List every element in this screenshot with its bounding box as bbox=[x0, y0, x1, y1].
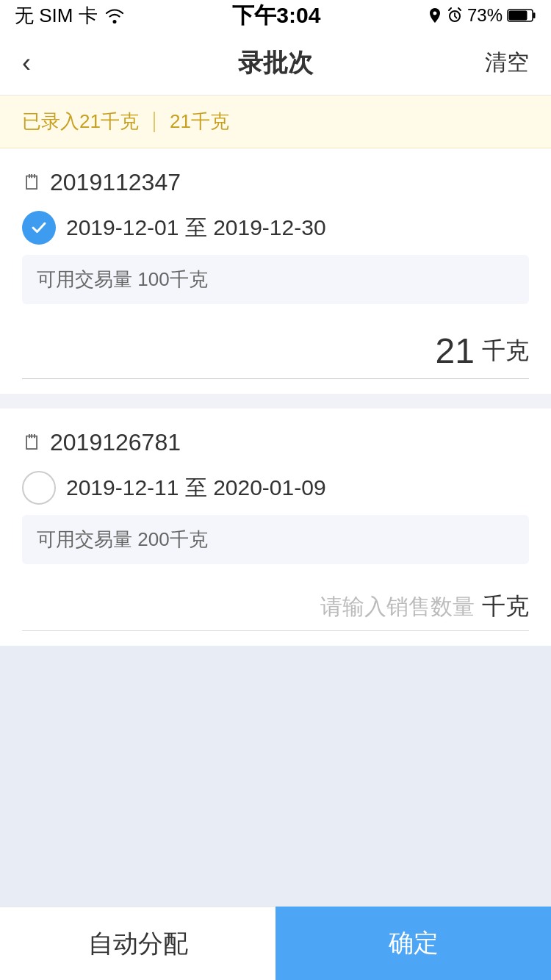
input-row-2: 请输入销售数量 千克 bbox=[0, 579, 551, 630]
confirm-button[interactable]: 确定 bbox=[276, 907, 551, 980]
batch-id-1: 2019112347 bbox=[50, 169, 181, 196]
info-banner: 已录入21千克 21千克 bbox=[0, 96, 551, 148]
wifi-icon bbox=[104, 7, 126, 24]
quantity-row-1: 21 千克 bbox=[0, 319, 551, 378]
svg-rect-3 bbox=[508, 11, 527, 21]
page-title: 录批次 bbox=[238, 46, 313, 80]
battery-icon bbox=[507, 8, 536, 23]
input-placeholder-2: 请输入销售数量 bbox=[320, 592, 475, 622]
radio-unselected-2[interactable] bbox=[22, 471, 56, 505]
batch-header-1: 🗒 2019112347 bbox=[0, 148, 551, 203]
available-text-1: 可用交易量 100千克 bbox=[37, 268, 208, 290]
status-bar: 无 SIM 卡 下午3:04 73% bbox=[0, 0, 551, 31]
nav-bar: ‹ 录批次 清空 bbox=[0, 31, 551, 96]
no-sim-text: 无 SIM 卡 bbox=[15, 3, 98, 29]
status-time: 下午3:04 bbox=[232, 1, 320, 31]
radio-selected-1[interactable] bbox=[22, 211, 56, 245]
confirm-label: 确定 bbox=[389, 926, 439, 960]
bottom-bar: 自动分配 确定 bbox=[0, 907, 551, 980]
svg-rect-2 bbox=[533, 12, 535, 18]
batch-header-2: 🗒 2019126781 bbox=[0, 408, 551, 464]
quantity-unit-1: 千克 bbox=[482, 335, 529, 367]
available-box-2: 可用交易量 200千克 bbox=[22, 515, 529, 564]
status-left: 无 SIM 卡 bbox=[15, 3, 126, 29]
info-divider bbox=[154, 112, 155, 132]
clear-button[interactable]: 清空 bbox=[485, 48, 529, 78]
batch-date-1: 2019-12-01 至 2019-12-30 bbox=[66, 213, 326, 243]
batch-date-row-1[interactable]: 2019-12-01 至 2019-12-30 bbox=[0, 203, 551, 255]
batch-id-2: 2019126781 bbox=[50, 429, 181, 456]
auto-distribute-button[interactable]: 自动分配 bbox=[0, 907, 276, 980]
status-right: 73% bbox=[428, 5, 536, 26]
back-button[interactable]: ‹ bbox=[22, 48, 66, 79]
recorded-label: 已录入21千克 bbox=[22, 109, 139, 134]
recorded-value: 21千克 bbox=[170, 109, 229, 134]
available-text-2: 可用交易量 200千克 bbox=[37, 528, 208, 550]
auto-distribute-label: 自动分配 bbox=[88, 927, 188, 961]
batch-icon-2: 🗒 bbox=[22, 430, 43, 455]
batch-date-row-2[interactable]: 2019-12-11 至 2020-01-09 bbox=[0, 464, 551, 515]
batch-item-1: 🗒 2019112347 2019-12-01 至 2019-12-30 可用交… bbox=[0, 148, 551, 394]
batch-date-2: 2019-12-11 至 2020-01-09 bbox=[66, 473, 326, 503]
alarm-icon bbox=[447, 7, 463, 24]
section-divider bbox=[0, 394, 551, 408]
batch-icon-1: 🗒 bbox=[22, 170, 43, 195]
quantity-value-1[interactable]: 21 bbox=[436, 331, 475, 371]
batch-item-2: 🗒 2019126781 2019-12-11 至 2020-01-09 可用交… bbox=[0, 408, 551, 646]
location-icon bbox=[428, 7, 442, 24]
input-unit-2: 千克 bbox=[482, 591, 529, 623]
available-box-1: 可用交易量 100千克 bbox=[22, 255, 529, 304]
battery-text: 73% bbox=[467, 5, 503, 26]
